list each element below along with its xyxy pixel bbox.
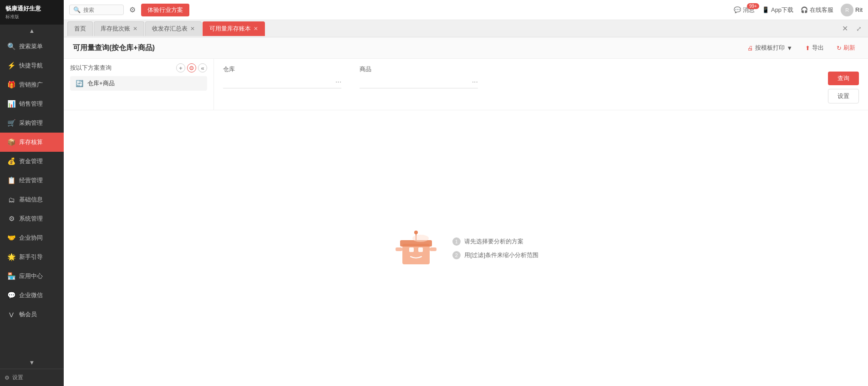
sidebar-item-finance[interactable]: 💰资金管理 [0, 152, 64, 171]
scheme-item-warehouse_product[interactable]: 🔄仓库+商品 [70, 76, 207, 91]
sidebar-item-base[interactable]: 🗂基础信息 [0, 190, 64, 209]
tab-close-collect[interactable]: ✕ [190, 26, 195, 32]
tabs-actions: ✕ ⤢ [839, 23, 864, 34]
app-title: 畅康通好生意 [5, 5, 58, 13]
message-button[interactable]: 💬 消息 99+ [734, 6, 755, 14]
sidebar-item-inventory[interactable]: 📦库存核算 [0, 133, 64, 152]
scheme-icon-warehouse_product: 🔄 [75, 79, 84, 88]
export-button[interactable]: ⬆ 导出 [802, 42, 827, 54]
sidebar-item-wxwork[interactable]: 💬企业微信 [0, 286, 64, 305]
filter-field-warehouse: 仓库 ··· [223, 65, 341, 88]
filter-input-field-warehouse[interactable] [223, 79, 333, 86]
online-service-button[interactable]: 🎧 在线客服 [801, 6, 833, 14]
sidebar-item-search[interactable]: 🔍搜索菜单 [0, 37, 64, 56]
page-header-actions: 🖨 按模板打印 ▼ ⬆ 导出 ↻ 刷新 [744, 42, 859, 54]
refresh-icon: ↻ [837, 45, 842, 51]
sidebar-nav: 🔍搜索菜单⚡快捷导航🎁营销推广📊销售管理🛒采购管理📦库存核算💰资金管理📋经营管理… [0, 37, 64, 356]
app-download-button[interactable]: 📱 App下载 [762, 6, 793, 14]
tab-close-available[interactable]: ✕ [254, 26, 258, 32]
sidebar-item-appcenter[interactable]: 🏪应用中心 [0, 267, 64, 286]
svg-rect-6 [396, 247, 402, 251]
tab-home[interactable]: 首页 [67, 21, 93, 36]
tab-label-collect: 收发存汇总表 [152, 25, 188, 33]
close-tab-button[interactable]: ✕ [839, 23, 851, 34]
tip-text-2: 用[过滤]条件来缩小分析范围 [464, 251, 538, 259]
tab-label-home: 首页 [74, 25, 86, 33]
filter-action-buttons: 查询 设置 [828, 65, 859, 103]
sidebar-scroll-down[interactable]: ▼ [0, 356, 64, 369]
filter-dots-warehouse[interactable]: ··· [335, 78, 341, 86]
refresh-button[interactable]: ↻ 刷新 [833, 42, 859, 54]
svg-rect-2 [409, 247, 414, 252]
sidebar-label-base: 基础信息 [19, 196, 43, 204]
sidebar-label-purchase: 采购管理 [19, 119, 43, 127]
tab-collect[interactable]: 收发存汇总表✕ [145, 21, 202, 36]
sidebar-scroll-up[interactable]: ▲ [0, 25, 64, 37]
service-icon: 🎧 [801, 6, 808, 13]
topbar-gear-icon[interactable]: ⚙ [127, 4, 137, 16]
sidebar-icon-appcenter: 🏪 [7, 272, 15, 280]
sidebar-item-vip[interactable]: V畅会员 [0, 305, 64, 324]
filter-dots-product[interactable]: ··· [472, 78, 478, 86]
sidebar-icon-system: ⚙ [7, 215, 15, 223]
svg-rect-0 [402, 244, 430, 264]
resize-tab-button[interactable]: ⤢ [853, 24, 864, 33]
app-icon: 📱 [762, 6, 769, 13]
filter-label-warehouse: 仓库 [223, 65, 341, 73]
sidebar-label-newuser: 新手引导 [19, 253, 43, 261]
tip-num-1: 1 [452, 237, 461, 246]
add-scheme-button[interactable]: + [176, 63, 185, 72]
sidebar-item-operation[interactable]: 📋经营管理 [0, 171, 64, 190]
query-button[interactable]: 查询 [828, 72, 859, 85]
sidebar-item-shortcut[interactable]: ⚡快捷导航 [0, 56, 64, 75]
filter-right-panel: 仓库 ··· 商品 ··· 查询 设置 [214, 59, 868, 110]
app-download-label: App下载 [771, 6, 793, 14]
sidebar-icon-newuser: 🌟 [7, 253, 15, 261]
sidebar-label-sales: 销售管理 [19, 100, 43, 108]
sidebar-label-operation: 经营管理 [19, 176, 43, 185]
empty-state: 1请先选择要分析的方案2用[过滤]条件来缩小分析范围 [64, 110, 868, 386]
filter-fields: 仓库 ··· 商品 ··· [223, 65, 478, 88]
filter-input-product[interactable]: ··· [360, 76, 478, 88]
sidebar-label-vip: 畅会员 [19, 310, 37, 319]
topbar-search-box[interactable]: 🔍 [69, 5, 124, 15]
sidebar-label-appcenter: 应用中心 [19, 272, 43, 280]
sidebar-item-system[interactable]: ⚙系统管理 [0, 209, 64, 228]
app-subtitle: 标准版 [5, 14, 58, 20]
scheme-settings-button[interactable]: ⚙ [187, 63, 196, 72]
filter-left-panel: 按以下方案查询 + ⚙ « 🔄仓库+商品 [64, 59, 214, 110]
scheme-collapse-button[interactable]: « [198, 63, 207, 72]
industry-solution-button[interactable]: 体验行业方案 [141, 4, 189, 16]
sidebar-bottom-settings[interactable]: ⚙ 设置 [0, 369, 64, 386]
empty-tip-1: 1请先选择要分析的方案 [452, 237, 538, 246]
filter-scheme-title: 按以下方案查询 [70, 64, 112, 72]
print-label: 按模板打印 [755, 44, 785, 52]
sidebar-item-enterprise[interactable]: 🤝企业协同 [0, 228, 64, 247]
export-icon: ⬆ [805, 45, 810, 51]
tab-close-batch[interactable]: ✕ [133, 26, 137, 32]
sidebar-item-marketing[interactable]: 🎁营销推广 [0, 75, 64, 94]
sidebar-item-sales[interactable]: 📊销售管理 [0, 94, 64, 113]
sidebar-label-shortcut: 快捷导航 [19, 62, 43, 70]
print-button[interactable]: 🖨 按模板打印 ▼ [744, 42, 796, 54]
svg-rect-7 [430, 247, 437, 251]
sidebar-item-newuser[interactable]: 🌟新手引导 [0, 247, 64, 267]
sidebar-item-purchase[interactable]: 🛒采购管理 [0, 113, 64, 133]
filter-input-field-product[interactable] [360, 79, 469, 86]
avatar-initials: R [845, 7, 849, 13]
user-avatar[interactable]: R Rit [841, 4, 863, 16]
setting-button[interactable]: 设置 [828, 89, 859, 103]
topbar: 🔍 ⚙ 体验行业方案 💬 消息 99+ 📱 App下载 🎧 在线客服 R [64, 0, 868, 20]
filter-scheme-actions: + ⚙ « [176, 63, 207, 72]
print-dropdown-icon[interactable]: ▼ [787, 45, 792, 51]
svg-point-5 [414, 231, 418, 234]
sidebar-icon-operation: 📋 [7, 176, 15, 185]
search-input[interactable] [83, 7, 120, 13]
search-icon: 🔍 [73, 6, 81, 13]
filter-input-warehouse[interactable]: ··· [223, 76, 341, 88]
tab-batch[interactable]: 库存批次账✕ [94, 21, 144, 36]
tab-available[interactable]: 可用量库存账本✕ [203, 21, 265, 36]
tab-label-batch: 库存批次账 [101, 25, 130, 33]
message-badge: 99+ [747, 3, 759, 9]
filter-field-product: 商品 ··· [360, 65, 478, 88]
